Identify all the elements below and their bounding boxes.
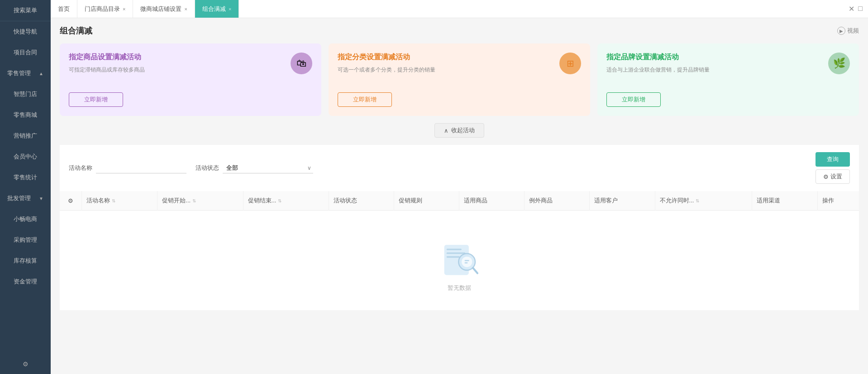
sidebar-item-wholesale-mgmt[interactable]: 批发管理 ▼ bbox=[0, 188, 51, 209]
th-no-concurrent: 不允许同时... ⇅ bbox=[655, 191, 752, 211]
product-card-add-btn[interactable]: 立即新增 bbox=[69, 92, 123, 107]
tab-home[interactable]: 首页 bbox=[51, 0, 77, 18]
sidebar-item-marketing[interactable]: 营销推广 bbox=[0, 125, 51, 146]
svg-rect-7 bbox=[465, 260, 469, 261]
th-no-concurrent-sort[interactable]: 不允许同时... ⇅ bbox=[660, 197, 748, 205]
settings-button[interactable]: ⚙ 设置 bbox=[816, 169, 850, 184]
brand-card-add-btn[interactable]: 立即新增 bbox=[606, 92, 661, 107]
sidebar-item-purchase-mgmt[interactable]: 采购管理 bbox=[0, 230, 51, 250]
table-header: ⚙ 活动名称 ⇅ 促销开始... bbox=[60, 191, 859, 211]
product-card-desc: 可指定滞销商品或库存较多商品 bbox=[69, 66, 312, 85]
table-settings-icon[interactable]: ⚙ bbox=[64, 197, 77, 204]
table-wrap: ⚙ 活动名称 ⇅ 促销开始... bbox=[60, 191, 859, 310]
empty-state: 暂无数据 bbox=[60, 211, 859, 310]
brand-card-desc: 适合与上游企业联合做营销，提升品牌销量 bbox=[606, 66, 850, 85]
empty-state-text: 暂无数据 bbox=[448, 284, 471, 292]
sort-icon-promo-end: ⇅ bbox=[278, 198, 281, 203]
category-card-desc: 可选一个或者多个分类，提升分类的销量 bbox=[338, 66, 581, 85]
th-promo-start: 促销开始... ⇅ bbox=[157, 191, 243, 211]
tab-wechat-settings[interactable]: 微商城店铺设置 × bbox=[133, 0, 195, 18]
filter-area: 活动名称 活动状态 全部 进行中 已结束 未开始 ∨ bbox=[60, 145, 859, 191]
video-link[interactable]: ▶ 视频 bbox=[837, 27, 859, 35]
brand-card-icon: 🌿 bbox=[828, 53, 850, 74]
window-controls: ✕ □ bbox=[843, 5, 868, 13]
svg-rect-3 bbox=[447, 256, 460, 258]
collapse-bar: ∧ 收起活动 bbox=[60, 123, 859, 138]
tab-close-combo-discount[interactable]: × bbox=[229, 6, 231, 12]
sidebar-item-member-center[interactable]: 会员中心 bbox=[0, 146, 51, 167]
gear-icon: ⚙ bbox=[23, 360, 29, 368]
product-card-icon: 🛍 bbox=[291, 53, 312, 74]
category-promo-card: 指定分类设置满减活动 ⊞ 可选一个或者多个分类，提升分类的销量 立即新增 bbox=[329, 43, 590, 116]
activity-name-label: 活动名称 bbox=[69, 164, 92, 172]
filter-table-container: 活动名称 活动状态 全部 进行中 已结束 未开始 ∨ bbox=[60, 145, 859, 310]
product-promo-card: 指定商品设置满减活动 🛍 可指定滞销商品或库存较多商品 立即新增 bbox=[60, 43, 321, 116]
filter-activity-status-field: 活动状态 全部 进行中 已结束 未开始 ∨ bbox=[196, 163, 313, 173]
sort-icon-activity-name: ⇅ bbox=[112, 198, 115, 203]
brand-promo-card: 指定品牌设置满减活动 🌿 适合与上游企业联合做营销，提升品牌销量 立即新增 bbox=[597, 43, 859, 116]
sidebar-search[interactable]: 搜索菜单 bbox=[0, 0, 51, 21]
promo-cards-container: 指定商品设置满减活动 🛍 可指定滞销商品或库存较多商品 立即新增 指定分类设置满… bbox=[60, 43, 859, 116]
tab-bar: 首页 门店商品目录 × 微商城店铺设置 × 组合满减 × ✕ □ bbox=[51, 0, 868, 18]
category-card-icon: ⊞ bbox=[559, 53, 581, 74]
th-activity-status: 活动状态 bbox=[329, 191, 394, 211]
th-gear: ⚙ bbox=[60, 191, 81, 211]
th-excluded-goods: 例外商品 bbox=[525, 191, 590, 211]
sidebar-item-retail-stats[interactable]: 零售统计 bbox=[0, 167, 51, 188]
th-promo-end: 促销结束... ⇅ bbox=[243, 191, 329, 211]
activity-table: ⚙ 活动名称 ⇅ 促销开始... bbox=[60, 191, 859, 310]
svg-rect-8 bbox=[465, 262, 468, 264]
th-activity-name-sort[interactable]: 活动名称 ⇅ bbox=[86, 197, 153, 205]
tab-close-store-catalog[interactable]: × bbox=[123, 6, 125, 12]
th-activity-name: 活动名称 ⇅ bbox=[81, 191, 157, 211]
tab-close-wechat-settings[interactable]: × bbox=[184, 6, 187, 12]
page-header: 组合满减 ▶ 视频 bbox=[60, 25, 859, 36]
sidebar-item-inventory[interactable]: 库存核算 bbox=[0, 250, 51, 271]
close-window-icon[interactable]: ✕ bbox=[849, 5, 854, 13]
sidebar-item-project-contract[interactable]: 项目合同 bbox=[0, 42, 51, 63]
sidebar-item-finance[interactable]: 资金管理 bbox=[0, 271, 51, 292]
svg-point-5 bbox=[462, 257, 472, 267]
th-applicable-goods: 适用商品 bbox=[459, 191, 525, 211]
svg-line-6 bbox=[473, 268, 477, 273]
sidebar-item-retail-mall[interactable]: 零售商城 bbox=[0, 105, 51, 125]
sidebar: 搜索菜单 快捷导航 项目合同 零售管理 ▲ 智慧门店 零售商城 营销推广 会员中… bbox=[0, 0, 51, 374]
page-title: 组合满减 bbox=[60, 25, 92, 36]
sidebar-item-quick-nav[interactable]: 快捷导航 bbox=[0, 21, 51, 42]
category-card-title: 指定分类设置满减活动 bbox=[338, 53, 581, 62]
th-promo-rule: 促销规则 bbox=[394, 191, 459, 211]
activity-name-input[interactable] bbox=[96, 163, 186, 173]
settings-icon: ⚙ bbox=[823, 173, 829, 180]
table-body: 暂无数据 bbox=[60, 211, 859, 311]
product-card-title: 指定商品设置满减活动 bbox=[69, 53, 312, 62]
category-card-add-btn[interactable]: 立即新增 bbox=[338, 92, 392, 107]
collapse-icon: ∧ bbox=[444, 127, 448, 134]
filter-activity-name-field: 活动名称 bbox=[69, 163, 186, 173]
maximize-window-icon[interactable]: □ bbox=[858, 5, 863, 13]
brand-card-title: 指定品牌设置满减活动 bbox=[606, 53, 850, 62]
sidebar-item-retail-mgmt[interactable]: 零售管理 ▲ bbox=[0, 63, 51, 84]
th-operation: 操作 bbox=[817, 191, 859, 211]
activity-status-select[interactable]: 全部 进行中 已结束 未开始 bbox=[223, 163, 313, 173]
th-applicable-channel: 适用渠道 bbox=[752, 191, 817, 211]
query-button[interactable]: 查询 bbox=[816, 152, 850, 167]
table-empty-row: 暂无数据 bbox=[60, 211, 859, 311]
collapse-activities-btn[interactable]: ∧ 收起活动 bbox=[434, 123, 484, 138]
th-promo-start-sort[interactable]: 促销开始... ⇅ bbox=[162, 197, 238, 205]
sidebar-settings-btn[interactable]: ⚙ bbox=[0, 354, 51, 374]
sidebar-item-smart-store[interactable]: 智慧门店 bbox=[0, 84, 51, 105]
sort-icon-promo-start: ⇅ bbox=[192, 198, 196, 203]
empty-state-illustration bbox=[437, 238, 482, 278]
th-promo-end-sort[interactable]: 促销结束... ⇅ bbox=[248, 197, 324, 205]
main-area: 首页 门店商品目录 × 微商城店铺设置 × 组合满减 × ✕ □ 组合满减 ▶ … bbox=[51, 0, 868, 374]
sidebar-item-xiaochang[interactable]: 小畅电商 bbox=[0, 209, 51, 230]
tab-combo-discount[interactable]: 组合满减 × bbox=[195, 0, 239, 18]
th-applicable-customer: 适用客户 bbox=[590, 191, 655, 211]
chevron-up-icon: ▲ bbox=[39, 71, 43, 76]
svg-rect-2 bbox=[447, 253, 466, 254]
activity-status-select-wrap: 全部 进行中 已结束 未开始 ∨ bbox=[223, 163, 313, 173]
table-empty-cell: 暂无数据 bbox=[60, 211, 859, 311]
activity-status-label: 活动状态 bbox=[196, 164, 219, 172]
svg-rect-1 bbox=[447, 249, 462, 250]
tab-store-catalog[interactable]: 门店商品目录 × bbox=[77, 0, 133, 18]
